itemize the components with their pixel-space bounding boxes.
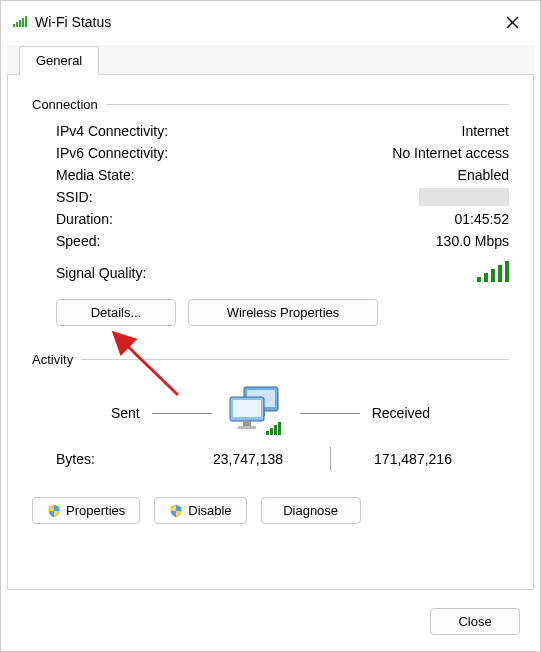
divider — [300, 413, 360, 414]
media-row: Media State: Enabled — [32, 164, 509, 186]
shield-icon — [169, 504, 183, 518]
divider — [330, 447, 331, 471]
window-title: Wi-Fi Status — [35, 14, 111, 30]
disable-button[interactable]: Disable — [154, 497, 246, 524]
tab-general[interactable]: General — [19, 46, 99, 75]
divider — [81, 359, 509, 360]
activity-diagram: Sent — [32, 375, 509, 441]
details-button[interactable]: Details... — [56, 299, 176, 326]
properties-button[interactable]: Properties — [32, 497, 140, 524]
connection-group-header: Connection — [32, 97, 509, 112]
speed-label: Speed: — [56, 233, 436, 249]
svg-rect-20 — [266, 431, 269, 435]
general-panel: Connection IPv4 Connectivity: Internet I… — [7, 75, 534, 590]
duration-label: Duration: — [56, 211, 455, 227]
tabstrip: General — [7, 45, 534, 75]
wifi-status-window: Wi-Fi Status General Connection IPv4 Con… — [0, 0, 541, 652]
signal-label: Signal Quality: — [56, 265, 477, 281]
ssid-value-redacted — [419, 188, 509, 206]
ipv6-label: IPv6 Connectivity: — [56, 145, 392, 161]
svg-rect-8 — [484, 273, 488, 282]
signal-bars-icon — [477, 260, 509, 285]
shield-icon — [47, 504, 61, 518]
divider — [106, 104, 509, 105]
ssid-row: SSID: — [32, 186, 509, 208]
properties-button-label: Properties — [66, 503, 125, 518]
ipv6-value: No Internet access — [392, 145, 509, 161]
ipv4-row: IPv4 Connectivity: Internet — [32, 120, 509, 142]
connection-buttons: Details... Wireless Properties — [32, 289, 509, 330]
footer: Close — [1, 596, 540, 651]
bytes-row: Bytes: 23,747,138 171,487,216 — [32, 441, 509, 483]
svg-rect-1 — [16, 22, 18, 27]
diagnose-button[interactable]: Diagnose — [261, 497, 361, 524]
svg-rect-22 — [274, 425, 277, 435]
svg-rect-17 — [233, 400, 261, 417]
svg-rect-18 — [243, 421, 251, 426]
bytes-received-value: 171,487,216 — [341, 451, 485, 467]
ipv4-label: IPv4 Connectivity: — [56, 123, 462, 139]
speed-row: Speed: 130.0 Mbps — [32, 230, 509, 252]
activity-group-header: Activity — [32, 352, 509, 367]
wireless-properties-button[interactable]: Wireless Properties — [188, 299, 378, 326]
close-button[interactable]: Close — [430, 608, 520, 635]
sent-label: Sent — [111, 405, 140, 421]
wifi-icon — [13, 15, 27, 30]
bytes-sent-value: 23,747,138 — [176, 451, 320, 467]
media-label: Media State: — [56, 167, 458, 183]
svg-rect-7 — [477, 277, 481, 282]
svg-rect-4 — [25, 16, 27, 27]
ssid-label: SSID: — [56, 189, 419, 205]
divider — [152, 413, 212, 414]
svg-rect-10 — [498, 265, 502, 282]
svg-rect-0 — [13, 24, 15, 27]
signal-row: Signal Quality: — [32, 252, 509, 289]
disable-button-label: Disable — [188, 503, 231, 518]
svg-rect-19 — [238, 426, 256, 429]
connection-group-label: Connection — [32, 97, 98, 112]
received-label: Received — [372, 405, 430, 421]
titlebar: Wi-Fi Status — [1, 1, 540, 41]
media-value: Enabled — [458, 167, 509, 183]
speed-value: 130.0 Mbps — [436, 233, 509, 249]
duration-row: Duration: 01:45:52 — [32, 208, 509, 230]
bytes-label: Bytes: — [56, 451, 176, 467]
close-icon[interactable] — [496, 9, 528, 35]
activity-group-label: Activity — [32, 352, 73, 367]
svg-rect-23 — [278, 422, 281, 435]
ipv6-row: IPv6 Connectivity: No Internet access — [32, 142, 509, 164]
ipv4-value: Internet — [462, 123, 509, 139]
action-buttons: Properties Disable Diagnose — [32, 483, 509, 524]
svg-rect-3 — [22, 18, 24, 27]
svg-rect-9 — [491, 269, 495, 282]
svg-rect-2 — [19, 20, 21, 27]
svg-rect-11 — [505, 261, 509, 282]
duration-value: 01:45:52 — [455, 211, 510, 227]
computers-icon — [224, 385, 288, 441]
svg-rect-21 — [270, 428, 273, 435]
